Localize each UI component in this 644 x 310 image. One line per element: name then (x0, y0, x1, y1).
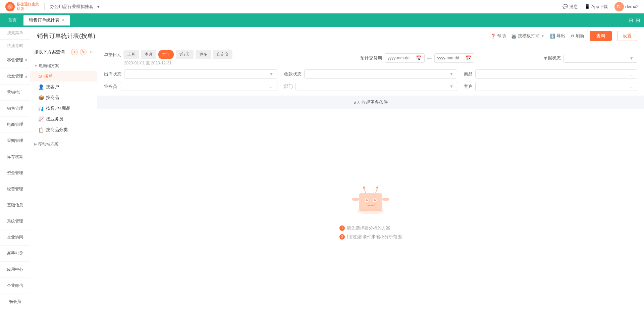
sidebar-item-system[interactable]: 系统管理 (0, 213, 30, 229)
tab-active[interactable]: 销售订单统计表 × (23, 15, 70, 25)
refresh-btn[interactable]: ↺ 刷新 (571, 33, 584, 39)
collapse-button[interactable]: ∧∧ 收起更多条件 (354, 99, 388, 105)
salesman-select[interactable]: ... (120, 82, 277, 91)
app-download-action[interactable]: 📱 App下载 (585, 4, 608, 10)
edit-icon: ✎ (82, 50, 85, 54)
sidebar-item-search[interactable]: 搜索菜单 (0, 27, 30, 40)
retail-arrow: ▼ (24, 58, 28, 62)
scheme-item-salesman[interactable]: 📈 按业务员 (30, 114, 97, 124)
svg-point-9 (363, 187, 365, 189)
main-layout: 搜索菜单 快捷导航 零售管理 ▼ 批发管理 ▲ 营销推广 销售管理 电商管理 采… (0, 27, 644, 310)
filter-row-3: 业务员 ... 部门 ▼ 客户 (97, 82, 644, 96)
shortcut-label: 快捷导航 (7, 43, 23, 49)
more-btn[interactable]: 更多 (196, 50, 211, 59)
tab-maximize-btn[interactable]: ⊞ (636, 17, 640, 23)
scheme-title: 按以下方案查询 (34, 49, 65, 55)
scheme-customer-icon: 👤 (38, 84, 44, 90)
predicted-start-input[interactable] (388, 56, 415, 60)
refresh-icon: ↺ (571, 34, 574, 39)
sidebar-item-sales[interactable]: 销售管理 (0, 101, 30, 117)
scheme-panel: 按以下方案查询 + ✎ « ▼ 电脑端方案 ⊙ (30, 45, 97, 310)
sidebar-item-enterprise[interactable]: 企业协同 (0, 229, 30, 246)
status-select[interactable]: ▼ (564, 54, 637, 63)
export-icon: ⬇️ (550, 34, 555, 39)
department-select[interactable]: ▼ (296, 82, 458, 91)
sidebar-item-marketing[interactable]: 营销推广 (0, 85, 30, 101)
scheme-category-label: 按商品分类 (46, 127, 68, 133)
predicted-date-end[interactable]: 📅 (434, 53, 474, 63)
this-month-btn[interactable]: 本月 (141, 50, 156, 59)
settings-button[interactable]: 设置 (617, 31, 637, 41)
scheme-customer-label: 按客户 (46, 84, 59, 90)
scheme-edit-btn[interactable]: ✎ (80, 49, 87, 55)
sidebar-item-inventory[interactable]: 库存核算 (0, 149, 30, 165)
scheme-item-product[interactable]: 📦 按商品 (30, 92, 97, 103)
scheme-header-actions: + ✎ « (71, 49, 93, 55)
scheme-item-cust-prod[interactable]: 📊 按客户+商品 (30, 103, 97, 114)
scheme-section-pc-header[interactable]: ▼ 电脑端方案 (30, 61, 97, 71)
svg-rect-3 (360, 194, 381, 210)
sidebar-item-shortcut[interactable]: 快捷导航 (0, 40, 30, 52)
delivery-status-select[interactable]: ▼ (124, 69, 277, 79)
payment-status-select[interactable]: ▼ (304, 69, 458, 79)
sidebar-item-wholesale[interactable]: 批发管理 ▲ (0, 68, 30, 85)
date-range-display: 2023-01-01 至 2023-12-31 (104, 60, 171, 66)
message-action[interactable]: 💬 消息 (562, 4, 578, 10)
help-btn[interactable]: ❓ 帮助 (490, 33, 506, 39)
filter-row-1: 单据日期 上月 本月 本年 近7天 更多 自定义 2023-01-01 至 20… (97, 45, 644, 69)
panel-layout: 按以下方案查询 + ✎ « ▼ 电脑端方案 ⊙ (30, 45, 644, 310)
tab-home[interactable]: 首页 (3, 15, 22, 25)
help-icon: ❓ (490, 34, 496, 39)
this-year-btn[interactable]: 本年 (158, 50, 174, 59)
scheme-salesman-label: 按业务员 (46, 116, 63, 122)
scheme-section-mobile-header[interactable]: ▶ 移动端方案 (30, 139, 97, 149)
sidebar-item-operation[interactable]: 经营管理 (0, 181, 30, 197)
user-area[interactable]: Ea demo2 (614, 2, 639, 11)
last-month-btn[interactable]: 上月 (123, 50, 139, 59)
sidebar-item-member[interactable]: 畅会员 (0, 294, 30, 310)
header-dropdown[interactable]: ▼ (96, 4, 100, 9)
empty-hint-2: 2 用[过滤]条件来缩小分析范围 (339, 234, 401, 240)
sidebar-item-retail[interactable]: 零售管理 ▼ (0, 52, 30, 68)
home-tab-label: 首页 (8, 17, 17, 23)
sidebar-item-newbie[interactable]: 新手引导 (0, 246, 30, 262)
active-tab-label: 销售订单统计表 (29, 17, 59, 23)
sidebar-item-wechat[interactable]: 企业微信 (0, 278, 30, 294)
collapse-icon: ∧∧ (354, 100, 360, 105)
page-title: 销售订单统计表(按单) (37, 32, 95, 44)
sidebar-item-appcenter[interactable]: 应用中心 (0, 262, 30, 278)
filter-content: 单据日期 上月 本月 本年 近7天 更多 自定义 2023-01-01 至 20… (97, 45, 644, 310)
user-avatar: Ea (614, 2, 624, 11)
customer-select[interactable]: ... (475, 82, 637, 91)
scheme-add-btn[interactable]: + (71, 49, 78, 55)
scheme-custprod-icon: 📊 (38, 106, 44, 111)
hint-text-2: 用[过滤]条件来缩小分析范围 (347, 234, 401, 240)
scheme-item-category[interactable]: 📋 按商品分类 (30, 124, 97, 135)
predicted-end-input[interactable] (437, 56, 464, 60)
custom-btn[interactable]: 自定义 (213, 50, 232, 59)
tab-close-btn[interactable]: × (62, 18, 64, 22)
query-button[interactable]: 查询 (590, 31, 612, 41)
scheme-section-pc: ▼ 电脑端方案 ⊙ 按单 👤 按客户 📦 按商品 (30, 59, 97, 137)
empty-hints: 1 请先选择要分析的方案 2 用[过滤]条件来缩小分析范围 (339, 225, 401, 240)
header-page-title: 办公用品行业模拟账套 (50, 4, 94, 10)
template-print-btn[interactable]: 🖨️ 按模板打印 ▼ (511, 33, 544, 39)
wholesale-arrow: ▲ (24, 74, 28, 78)
scheme-collapse-btn[interactable]: « (90, 49, 93, 55)
scheme-item-order[interactable]: ⊙ 按单 (30, 71, 97, 82)
predicted-date-start[interactable]: 📅 (385, 53, 425, 63)
sidebar-item-basic[interactable]: 基础信息 (0, 197, 30, 213)
scheme-category-icon: 📋 (38, 127, 44, 133)
sidebar-item-purchase[interactable]: 采购管理 (0, 133, 30, 149)
sidebar-item-ecommerce[interactable]: 电商管理 (0, 117, 30, 133)
collapse-bar[interactable]: ∧∧ 收起更多条件 (97, 96, 644, 109)
scheme-item-customer[interactable]: 👤 按客户 (30, 82, 97, 92)
product-select[interactable]: ... (475, 69, 637, 79)
tab-bar: 首页 销售订单统计表 × ⊟ ⊞ (0, 13, 644, 27)
sidebar-item-finance[interactable]: 资金管理 (0, 165, 30, 181)
export-btn[interactable]: ⬇️ 导出 (550, 33, 565, 39)
header-left: 畅捷通好生意 标版 办公用品行业模拟账套 ▼ (5, 2, 100, 11)
tab-minimize-btn[interactable]: ⊟ (629, 17, 633, 23)
last7days-btn[interactable]: 近7天 (176, 50, 194, 59)
delivery-dropdown-icon: ▼ (269, 71, 274, 76)
